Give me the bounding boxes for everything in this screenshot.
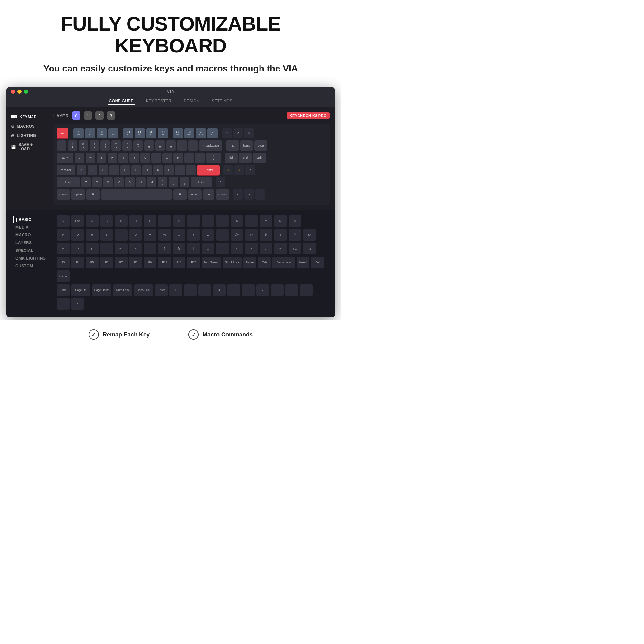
grid-key-z[interactable]: Z bbox=[202, 229, 214, 241]
key-s[interactable]: S bbox=[88, 165, 97, 176]
sidebar-item-macros[interactable]: ⊕ MACROS bbox=[10, 121, 45, 131]
grid-key-lcurly[interactable]: {[ bbox=[158, 243, 171, 255]
key-capslock[interactable]: capslock bbox=[57, 165, 75, 176]
nav-settings[interactable]: SETTINGS bbox=[210, 98, 233, 105]
grid-key-rcurly[interactable]: }] bbox=[173, 243, 185, 255]
key-f5[interactable]: ◀◀F5 bbox=[123, 128, 133, 139]
grid-key-v[interactable]: V bbox=[144, 229, 156, 241]
key-o[interactable]: O bbox=[162, 153, 172, 164]
grid-key-f2[interactable]: F2 bbox=[303, 243, 316, 255]
grid-key-b[interactable]: B bbox=[100, 215, 113, 227]
grid-key-num7[interactable]: 7 bbox=[256, 284, 269, 297]
grid-key-g[interactable]: G bbox=[173, 215, 185, 227]
key-c[interactable]: C bbox=[103, 177, 113, 188]
bottom-nav-qmk-lighting[interactable]: QMK LIGHTING bbox=[13, 254, 55, 262]
grid-key-f5[interactable]: F5 bbox=[86, 257, 99, 269]
grid-key-f9[interactable]: F9 bbox=[144, 257, 156, 269]
grid-key-rparen[interactable]: )0 bbox=[86, 243, 99, 255]
grid-key-tab[interactable]: Tab bbox=[258, 257, 271, 269]
key-l[interactable]: L bbox=[164, 165, 174, 176]
grid-key-c[interactable]: C bbox=[115, 215, 128, 227]
key-f7[interactable]: ▶▶F7 bbox=[146, 128, 156, 139]
key-t[interactable]: T bbox=[118, 153, 128, 164]
grid-key-f1[interactable]: F1 bbox=[289, 243, 301, 255]
key-lshift[interactable]: ⇧ shift bbox=[57, 177, 80, 188]
grid-key-percent[interactable]: %5 bbox=[274, 229, 287, 241]
grid-key-tilde[interactable]: ~ bbox=[129, 243, 142, 255]
grid-key-lparen[interactable]: (9 bbox=[71, 243, 84, 255]
grid-key-del[interactable]: Del bbox=[311, 257, 324, 269]
grid-key-pause[interactable]: Pause bbox=[243, 257, 256, 269]
grid-key-d[interactable]: D bbox=[129, 215, 142, 227]
grid-key-hash[interactable]: #3 bbox=[245, 229, 258, 241]
key-lock1[interactable]: 🔒 bbox=[223, 165, 233, 176]
grid-key-page-up[interactable]: Page Up bbox=[71, 284, 90, 297]
key-e[interactable]: E bbox=[97, 153, 106, 164]
key-left[interactable]: < bbox=[233, 189, 243, 200]
grid-key-backtick[interactable]: ` bbox=[144, 243, 156, 255]
grid-key-h[interactable]: H bbox=[187, 215, 200, 227]
key-v[interactable]: V bbox=[114, 177, 124, 188]
grid-key-num3[interactable]: 3 bbox=[198, 284, 211, 297]
minimize-button[interactable] bbox=[17, 90, 22, 94]
grid-key-f12[interactable]: F12 bbox=[187, 257, 200, 269]
grid-key-o[interactable]: O bbox=[289, 215, 301, 227]
key-right[interactable]: > bbox=[255, 189, 265, 200]
grid-key-insert[interactable]: Insert bbox=[297, 257, 309, 269]
grid-key-scroll-lock[interactable]: Scroll Lock bbox=[223, 257, 242, 269]
grid-key-plus[interactable]: += bbox=[115, 243, 128, 255]
nav-design[interactable]: DESIGN bbox=[182, 98, 201, 105]
grid-key-caret[interactable]: ^6 bbox=[289, 229, 301, 241]
key-end[interactable]: end bbox=[239, 153, 252, 164]
grid-key-e[interactable]: E bbox=[144, 215, 156, 227]
grid-key-f4[interactable]: F4 bbox=[71, 257, 84, 269]
grid-key-home[interactable]: Home bbox=[57, 270, 70, 283]
key-lctrl[interactable]: control bbox=[57, 189, 70, 200]
grid-key-end[interactable]: End bbox=[57, 284, 70, 297]
key-5[interactable]: %5 bbox=[111, 140, 121, 151]
key-7[interactable]: &7 bbox=[133, 140, 143, 151]
key-rcmd[interactable]: ⌘ bbox=[173, 189, 187, 200]
key-b[interactable]: B bbox=[125, 177, 135, 188]
grid-key-pipe[interactable]: |\ bbox=[187, 243, 200, 255]
key-lopt[interactable]: option bbox=[71, 189, 85, 200]
key-pgdn[interactable]: pgdn bbox=[253, 153, 266, 164]
key-h[interactable]: H bbox=[131, 165, 141, 176]
key-f[interactable]: F bbox=[109, 165, 119, 176]
key-d[interactable]: D bbox=[99, 165, 108, 176]
bottom-nav-custom[interactable]: CUSTOM bbox=[13, 262, 55, 270]
grid-key-r[interactable]: R bbox=[86, 229, 99, 241]
key-down[interactable]: ∨ bbox=[244, 189, 254, 200]
key-f3[interactable]: ⊞F3 bbox=[97, 128, 107, 139]
grid-key-w[interactable]: W bbox=[158, 229, 171, 241]
grid-key-exclaim[interactable]: !1 bbox=[216, 229, 229, 241]
key-y[interactable]: Y bbox=[129, 153, 139, 164]
key-rbracket[interactable]: }] bbox=[195, 153, 205, 164]
key-1[interactable]: !1 bbox=[68, 140, 77, 151]
key-up[interactable]: ^ bbox=[216, 177, 225, 188]
key-q[interactable]: Q bbox=[75, 153, 84, 164]
key-fn[interactable]: fn bbox=[203, 189, 214, 200]
sidebar-item-keymap[interactable]: ⌨ KEYMAP bbox=[10, 112, 45, 121]
key-lcmd[interactable]: ⌘ bbox=[86, 189, 100, 200]
key-x[interactable]: X bbox=[92, 177, 102, 188]
layer-btn-3[interactable]: 3 bbox=[107, 111, 115, 120]
grid-key-lt[interactable]: <, bbox=[231, 243, 243, 255]
key-f10[interactable]: ◁F10 bbox=[184, 128, 194, 139]
key-tilde[interactable]: ~` bbox=[57, 140, 66, 151]
key-semicolon[interactable]: :; bbox=[175, 165, 185, 176]
grid-key-colon[interactable]: :; bbox=[202, 243, 214, 255]
grid-key-at[interactable]: @2 bbox=[231, 229, 243, 241]
grid-key-numslash[interactable]: / bbox=[57, 298, 70, 310]
key-equals[interactable]: += bbox=[188, 140, 198, 151]
key-lock2[interactable]: 🔒 bbox=[234, 165, 244, 176]
grid-key-a[interactable]: A bbox=[86, 215, 99, 227]
key-0[interactable]: )0 bbox=[166, 140, 176, 151]
grid-key-q[interactable]: Q bbox=[71, 229, 84, 241]
key-f4[interactable]: ⠿F4 bbox=[108, 128, 118, 139]
key-backslash[interactable]: |\ bbox=[206, 153, 221, 164]
grid-key-f6[interactable]: F6 bbox=[100, 257, 113, 269]
grid-key-dollar[interactable]: $4 bbox=[260, 229, 272, 241]
key-z[interactable]: Z bbox=[81, 177, 91, 188]
key-home[interactable]: home bbox=[240, 140, 253, 151]
